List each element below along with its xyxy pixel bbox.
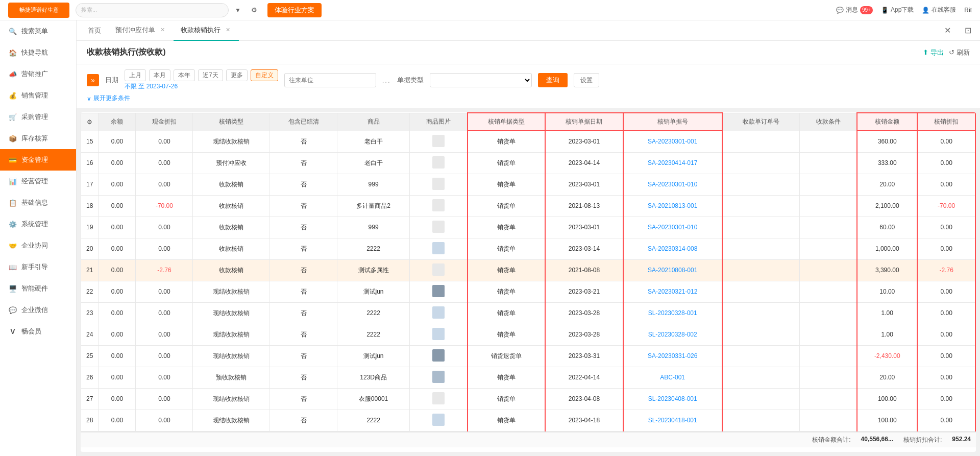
sidebar-label-enterprise: 企业协同 <box>21 241 48 250</box>
from-unit-input[interactable] <box>284 73 376 87</box>
export-button[interactable]: ⬆ 导出 <box>923 48 944 57</box>
cell-cash-discount: -2.76 <box>136 259 193 281</box>
cell-order-no <box>722 195 800 217</box>
message-badge[interactable]: 💬 消息 99+ <box>836 6 873 14</box>
sidebar-item-operations[interactable]: 📊 经营管理 <box>0 171 76 192</box>
sidebar-item-enterprise[interactable]: 🤝 企业协同 <box>0 235 76 256</box>
date-this-year-btn[interactable]: 本年 <box>174 69 195 81</box>
export-icon: ⬆ <box>923 49 928 56</box>
sidebar-label-marketing: 营销推广 <box>21 69 48 79</box>
industry-solution-button[interactable]: 体验行业方案 <box>267 3 322 17</box>
cell-bill-no: SA-20230301-010 <box>623 174 722 195</box>
cell-condition <box>799 410 857 431</box>
date-this-month-btn[interactable]: 本月 <box>149 69 170 81</box>
sidebar-item-guide[interactable]: 📖 新手引导 <box>0 256 76 278</box>
bill-no-link[interactable]: SA-20230301-001 <box>648 138 697 145</box>
tab-prepaid[interactable]: 预付冲应付单 ✕ <box>108 20 174 41</box>
tab-prepaid-close[interactable]: ✕ <box>158 26 166 34</box>
date-last7-btn[interactable]: 近7天 <box>198 69 223 81</box>
sidebar-label-wechat: 企业微信 <box>21 305 48 315</box>
settings-button[interactable]: 设置 <box>574 73 599 87</box>
message-icon: 💬 <box>836 7 844 14</box>
expand-more-conditions[interactable]: ∨ 展开更多条件 <box>87 94 970 103</box>
bill-no-link[interactable]: SA-20210808-001 <box>648 267 697 274</box>
bill-no-link[interactable]: SA-20230414-017 <box>648 159 697 166</box>
cell-settled: 否 <box>270 324 337 345</box>
bill-no-link[interactable]: SL-20230418-001 <box>648 417 697 424</box>
bill-no-link[interactable]: SA-20230314-008 <box>648 245 697 252</box>
cell-type: 现结收款核销 <box>193 281 270 302</box>
purchase-icon: 🛒 <box>8 112 17 122</box>
cell-bill-no: SA-20210813-001 <box>623 195 722 217</box>
filter-row-1: » 日期 上月 本月 本年 近7天 更多 自定义 不限 至 2023-07-26 <box>87 69 970 91</box>
top-dropdown[interactable]: ▼ <box>235 7 241 14</box>
product-image <box>432 263 445 276</box>
cell-type: 收款核销 <box>193 174 270 195</box>
table-row: 16 0.00 0.00 预付冲应收 否 老白干 销货单 2023-04-14 … <box>81 152 976 174</box>
col-amount: 核销金额 <box>857 113 917 131</box>
refresh-button[interactable]: ↺ 刷新 <box>949 48 970 57</box>
close-window-icon[interactable]: ✕ <box>939 22 955 39</box>
filter-expand-button[interactable]: » <box>87 74 99 86</box>
sidebar-item-finance[interactable]: 💳 资金管理 <box>0 149 76 171</box>
bill-no-link[interactable]: SA-20210813-001 <box>648 202 697 209</box>
product-image <box>432 414 445 426</box>
bill-no-link[interactable]: SL-20230328-002 <box>648 331 697 338</box>
product-image <box>432 285 445 297</box>
cell-goods: 999 <box>337 217 409 238</box>
bill-no-link[interactable]: ABC-001 <box>660 374 685 381</box>
query-button[interactable]: 查询 <box>538 73 568 87</box>
tab-collection-close[interactable]: ✕ <box>224 26 232 34</box>
bill-no-link[interactable]: SA-20230331-026 <box>648 352 697 359</box>
bill-no-link[interactable]: SL-20230328-001 <box>648 309 697 317</box>
date-label: 日期 <box>105 76 118 85</box>
guide-icon: 📖 <box>8 262 17 272</box>
sidebar-item-quicknav[interactable]: 🏠 快捷导航 <box>0 42 76 63</box>
bill-no-link[interactable]: SA-20230301-010 <box>648 181 697 188</box>
cell-cash-discount: 0.00 <box>136 281 193 302</box>
cell-goods: 999 <box>337 174 409 195</box>
bill-no-link[interactable]: SA-20230321-012 <box>648 288 697 295</box>
cell-bill-date: 2023-04-18 <box>545 410 623 431</box>
single-type-label: 单据类型 <box>397 76 424 85</box>
app-icon: 📱 <box>881 7 889 14</box>
product-image <box>432 199 445 211</box>
expand-icon[interactable]: ⊡ <box>960 22 976 39</box>
user-name[interactable]: Rit <box>964 7 972 14</box>
bill-no-link[interactable]: SL-20230408-001 <box>648 395 697 402</box>
sidebar-item-search[interactable]: 🔍 搜索菜单 <box>0 20 76 42</box>
total-amount-label: 核销金额合计: <box>812 436 850 444</box>
enterprise-icon: 🤝 <box>8 241 17 250</box>
tab-collection[interactable]: 收款核销执行 ✕ <box>174 20 239 41</box>
cell-settled: 否 <box>270 345 337 367</box>
product-image <box>432 135 445 147</box>
sidebar-item-wechat[interactable]: 💬 企业微信 <box>0 299 76 321</box>
sidebar-item-marketing[interactable]: 📣 营销推广 <box>0 63 76 85</box>
sidebar-item-member[interactable]: V 畅会员 <box>0 321 76 342</box>
sidebar-item-basicinfo[interactable]: 📋 基础信息 <box>0 192 76 213</box>
from-unit-dots[interactable]: ... <box>382 77 391 84</box>
cell-bill-type: 销货单 <box>468 388 546 410</box>
sidebar-item-purchase[interactable]: 🛒 采购管理 <box>0 106 76 128</box>
sidebar-item-hardware[interactable]: 🖥️ 智能硬件 <box>0 278 76 299</box>
online-service-btn[interactable]: 👤 在线客服 <box>922 6 956 14</box>
date-custom-btn[interactable]: 自定义 <box>251 69 278 81</box>
cell-goods-img <box>410 281 468 302</box>
sidebar-item-system[interactable]: ⚙️ 系统管理 <box>0 213 76 235</box>
tab-home[interactable]: 首页 <box>81 20 108 41</box>
cell-balance: 0.00 <box>99 410 136 431</box>
sidebar-item-inventory[interactable]: 📦 库存核算 <box>0 128 76 149</box>
bill-no-link[interactable]: SA-20230301-010 <box>648 224 697 231</box>
table-settings-icon[interactable]: ⚙ <box>86 118 93 126</box>
message-count: 99+ <box>860 6 873 14</box>
col-gear[interactable]: ⚙ <box>81 113 99 131</box>
gear-icon[interactable]: ⚙ <box>247 3 261 17</box>
date-more-btn[interactable]: 更多 <box>226 69 248 81</box>
cell-amount: 100.00 <box>857 388 917 410</box>
app-download-btn[interactable]: 📱 App下载 <box>881 6 914 14</box>
date-last-month-btn[interactable]: 上月 <box>125 69 146 81</box>
sidebar-item-sales[interactable]: 💰 销售管理 <box>0 85 76 106</box>
cell-condition <box>799 238 857 259</box>
sidebar-label-member: 畅会员 <box>21 327 41 336</box>
single-type-select[interactable] <box>430 73 532 87</box>
